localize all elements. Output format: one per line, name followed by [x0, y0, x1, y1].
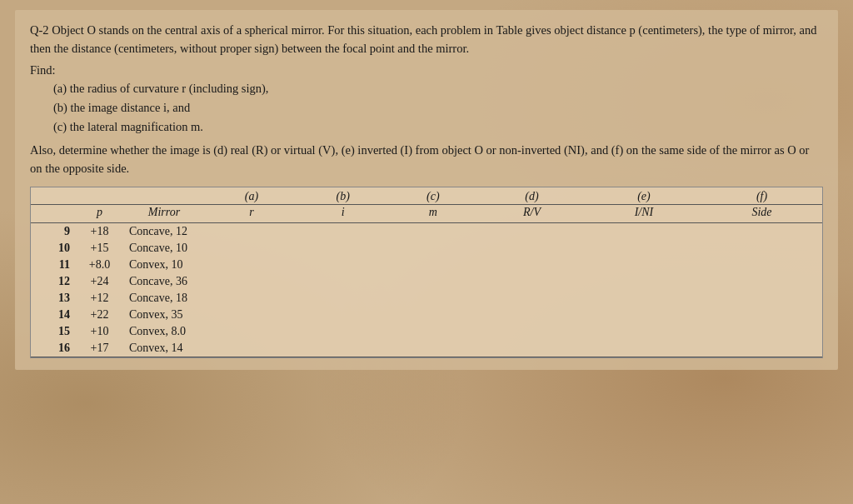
col-header-c-label: (c) — [389, 187, 477, 205]
cell-num: 12 — [31, 273, 77, 290]
cell-mirror: Concave, 10 — [122, 240, 206, 257]
cell-rv — [477, 323, 586, 340]
cell-m — [389, 240, 477, 257]
cell-mirror: Concave, 12 — [122, 222, 206, 240]
col-header-b-label: (b) — [297, 187, 389, 205]
table-row: 9+18Concave, 12 — [31, 222, 822, 240]
cell-side — [701, 222, 822, 240]
cell-num: 15 — [31, 323, 77, 340]
find-c: (c) the lateral magnification m. — [53, 117, 823, 137]
cell-side — [701, 240, 822, 257]
cell-mirror: Concave, 36 — [122, 273, 206, 290]
cell-p: +15 — [77, 240, 122, 257]
col-header-d-label: (d) — [477, 187, 586, 205]
cell-ini — [586, 290, 701, 307]
data-table-wrapper: (a) (b) (c) (d) (e) (f) p Mirror r i m R… — [30, 187, 823, 358]
cell-side — [701, 323, 822, 340]
col-header-i: i — [297, 204, 389, 222]
cell-rv — [477, 290, 586, 307]
col-header-num — [31, 204, 77, 222]
cell-m — [389, 257, 477, 273]
main-content: Q-2 Object O stands on the central axis … — [15, 10, 838, 370]
cell-rv — [477, 240, 586, 257]
cell-m — [389, 290, 477, 307]
cell-rv — [477, 257, 586, 273]
col-header-m: m — [389, 204, 477, 222]
cell-mirror: Concave, 18 — [122, 290, 206, 307]
find-items: (a) the radius of curvature r (including… — [53, 79, 823, 137]
col-header-rv: R/V — [477, 204, 586, 222]
cell-rv — [477, 222, 586, 240]
cell-side — [701, 307, 822, 323]
cell-r — [206, 323, 297, 340]
cell-mirror: Convex, 35 — [122, 307, 206, 323]
table-row: 15+10Convex, 8.0 — [31, 323, 822, 340]
cell-i — [297, 222, 389, 240]
data-table: (a) (b) (c) (d) (e) (f) p Mirror r i m R… — [31, 187, 822, 357]
cell-ini — [586, 273, 701, 290]
table-row: 11+8.0Convex, 10 — [31, 257, 822, 273]
table-header-top: (a) (b) (c) (d) (e) (f) — [31, 187, 822, 205]
cell-r — [206, 240, 297, 257]
cell-num: 9 — [31, 222, 77, 240]
cell-r — [206, 273, 297, 290]
cell-p: +10 — [77, 323, 122, 340]
cell-ini — [586, 240, 701, 257]
table-body: 9+18Concave, 1210+15Concave, 1011+8.0Con… — [31, 222, 822, 357]
table-row: 13+12Concave, 18 — [31, 290, 822, 307]
cell-r — [206, 340, 297, 357]
cell-r — [206, 222, 297, 240]
cell-num: 13 — [31, 290, 77, 307]
cell-i — [297, 240, 389, 257]
col-header-p: p — [77, 204, 122, 222]
cell-ini — [586, 257, 701, 273]
cell-p: +22 — [77, 307, 122, 323]
cell-m — [389, 273, 477, 290]
cell-p: +24 — [77, 273, 122, 290]
cell-i — [297, 340, 389, 357]
table-row: 12+24Concave, 36 — [31, 273, 822, 290]
cell-side — [701, 340, 822, 357]
cell-m — [389, 222, 477, 240]
col-header-empty3 — [122, 187, 206, 205]
col-header-e-label: (e) — [586, 187, 701, 205]
cell-i — [297, 290, 389, 307]
find-a: (a) the radius of curvature r (including… — [53, 79, 823, 98]
cell-i — [297, 307, 389, 323]
cell-p: +18 — [77, 222, 122, 240]
table-row: 16+17Convex, 14 — [31, 340, 822, 357]
cell-rv — [477, 307, 586, 323]
col-header-f-label: (f) — [701, 187, 822, 205]
cell-p: +17 — [77, 340, 122, 357]
cell-p: +12 — [77, 290, 122, 307]
table-row: 10+15Concave, 10 — [31, 240, 822, 257]
cell-m — [389, 323, 477, 340]
also-text: Also, determine whether the image is (d)… — [30, 142, 823, 178]
cell-r — [206, 307, 297, 323]
cell-mirror: Convex, 14 — [122, 340, 206, 357]
cell-ini — [586, 222, 701, 240]
cell-ini — [586, 323, 701, 340]
cell-r — [206, 290, 297, 307]
find-b: (b) the image distance i, and — [53, 98, 823, 117]
question-text: Q-2 Object O stands on the central axis … — [30, 22, 823, 58]
cell-side — [701, 257, 822, 273]
find-label: Find: — [30, 63, 823, 77]
cell-i — [297, 257, 389, 273]
col-header-r: r — [206, 204, 297, 222]
col-header-empty1 — [31, 187, 77, 205]
cell-r — [206, 257, 297, 273]
cell-ini — [586, 307, 701, 323]
cell-i — [297, 273, 389, 290]
col-header-side: Side — [701, 204, 822, 222]
cell-num: 10 — [31, 240, 77, 257]
col-header-a-label: (a) — [206, 187, 297, 205]
cell-rv — [477, 340, 586, 357]
cell-rv — [477, 273, 586, 290]
cell-num: 16 — [31, 340, 77, 357]
cell-num: 14 — [31, 307, 77, 323]
table-row: 14+22Convex, 35 — [31, 307, 822, 323]
cell-side — [701, 273, 822, 290]
cell-side — [701, 290, 822, 307]
cell-ini — [586, 340, 701, 357]
